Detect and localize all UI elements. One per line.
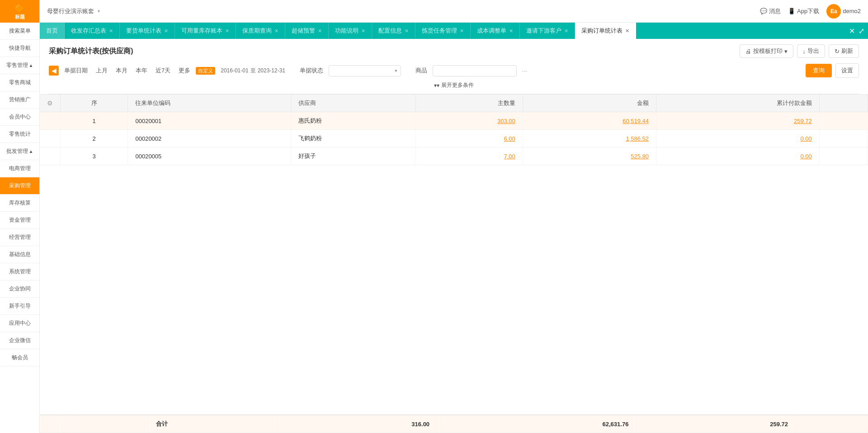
sidebar-item-retail[interactable]: 零售管理▲	[0, 57, 39, 74]
sidebar-item-operation[interactable]: 经营管理	[0, 229, 39, 246]
sidebar-item-collab[interactable]: 企业协同	[0, 281, 39, 298]
amount-link[interactable]: 1,586.52	[626, 135, 649, 142]
status-select-wrapper[interactable]: 待审核 已审核 已完成	[329, 65, 401, 76]
sidebar-item-member[interactable]: 会员中心	[0, 109, 39, 126]
tab-label: 可用量库存账本	[181, 27, 222, 35]
row-main-qty: 7.00	[416, 148, 523, 165]
tab-close-icon[interactable]: ✕	[564, 28, 568, 34]
goods-filter-label: 商品	[415, 67, 427, 75]
sidebar: 🔶 标题 搜索菜单快捷导航零售管理▲零售商城营销推广会员中心零售统计批发管理▲电…	[0, 0, 40, 433]
row-paid-amount: 259.72	[656, 112, 820, 130]
status-select[interactable]: 待审核 已审核 已完成	[329, 65, 401, 76]
tab-close-icon[interactable]: ✕	[109, 28, 113, 34]
row-no: 2	[61, 130, 128, 148]
message-btn[interactable]: 💬 消息	[760, 7, 781, 15]
print-icon: 🖨	[745, 48, 751, 55]
sidebar-item-appstore[interactable]: 应用中心	[0, 315, 39, 332]
date-shortcut-cur-month[interactable]: 本月	[113, 66, 130, 76]
sidebar-item-basic[interactable]: 基础信息	[0, 246, 39, 263]
tab-config[interactable]: 配置信息 ✕	[372, 23, 415, 39]
sidebar-item-retail-stats[interactable]: 零售统计	[0, 126, 39, 143]
date-shortcut-prev-month[interactable]: 上月	[93, 66, 110, 76]
footer-settings-cell	[40, 415, 58, 433]
filter-bar: ◀ 单据日期 上月 本月 本年 近7天 更多 自定义 2016-01-01 至 …	[49, 63, 859, 94]
tab-label: 收发存汇总表	[71, 27, 106, 35]
tab-close-icon[interactable]: ✕	[361, 28, 365, 34]
sidebar-item-search[interactable]: 搜索菜单	[0, 23, 39, 40]
sidebar-item-marketing[interactable]: 营销推广	[0, 91, 39, 109]
tab-close-icon[interactable]: ✕	[509, 28, 513, 34]
custom-date-badge[interactable]: 自定义	[196, 67, 215, 75]
template-print-btn[interactable]: 🖨 按模板打印 ▾	[740, 44, 793, 58]
goods-input[interactable]	[433, 65, 517, 76]
top-bar: 母婴行业演示账套 ▾ 💬 消息 📱 App下载 Ea demo2	[40, 0, 868, 23]
sidebar-item-guide[interactable]: 新手引导	[0, 298, 39, 315]
export-btn[interactable]: ↓ 导出	[797, 44, 826, 58]
tab-purchase-stats[interactable]: 采购订单统计表 ✕	[575, 23, 636, 39]
date-shortcut-7days[interactable]: 近7天	[153, 66, 173, 76]
tab-cost-adj[interactable]: 成本调整单 ✕	[471, 23, 520, 39]
tab-close-icon[interactable]: ✕	[625, 28, 629, 34]
main-qty-link[interactable]: 7.00	[504, 153, 515, 160]
tab-pick-task[interactable]: 拣货任务管理 ✕	[415, 23, 471, 39]
sidebar-item-inventory[interactable]: 库存核算	[0, 195, 39, 212]
date-shortcut-more[interactable]: 更多	[176, 66, 193, 76]
table-row: 3 00020005 好孩子 7.00 525.80 0.00	[40, 148, 868, 165]
footer-label: 合计	[148, 415, 278, 433]
query-btn[interactable]: 查询	[806, 64, 832, 77]
sidebar-item-ecommerce[interactable]: 电商管理	[0, 160, 39, 177]
col-header-paid-amount: 累计付款金额	[656, 95, 820, 112]
main-qty-link[interactable]: 303.00	[497, 118, 515, 124]
paid-link[interactable]: 0.00	[800, 135, 811, 142]
download-icon: 📱	[788, 8, 795, 14]
settings-btn[interactable]: 设置	[835, 63, 859, 78]
expand-tabs-icon[interactable]: ⤢	[859, 27, 864, 35]
tab-order-stats[interactable]: 要货单统计表 ✕	[120, 23, 175, 39]
sidebar-item-quicknav[interactable]: 快捷导航	[0, 40, 39, 57]
sidebar-item-system[interactable]: 系统管理	[0, 263, 39, 281]
col-header-settings[interactable]: ⚙	[40, 95, 61, 112]
main-qty-link[interactable]: 6.00	[504, 135, 515, 142]
app-download-btn[interactable]: 📱 App下载	[788, 7, 819, 15]
user-menu-btn[interactable]: Ea demo2	[826, 4, 861, 19]
workspace-selector[interactable]: 母婴行业演示账套 ▾	[47, 7, 100, 15]
tab-close-icon[interactable]: ✕	[164, 28, 168, 34]
tab-close-icon[interactable]: ✕	[318, 28, 322, 34]
row-supplier-name: 好孩子	[291, 148, 416, 165]
close-all-icon[interactable]: ✕	[849, 27, 855, 35]
sidebar-item-wechat[interactable]: 企业微信	[0, 332, 39, 349]
date-shortcut-cur-year[interactable]: 本年	[133, 66, 150, 76]
tab-home[interactable]: 首页	[40, 23, 65, 39]
amount-link[interactable]: 60,519.44	[623, 118, 649, 124]
footer-no-cell	[58, 415, 76, 433]
sidebar-item-finance[interactable]: 资金管理	[0, 212, 39, 229]
tab-close-icon[interactable]: ✕	[225, 28, 229, 34]
filter-toggle-btn[interactable]: ◀	[49, 66, 59, 76]
tab-close-icon[interactable]: ✕	[405, 28, 409, 34]
gear-icon[interactable]: ⚙	[47, 100, 53, 107]
app-logo[interactable]: 🔶 标题	[0, 0, 39, 23]
tab-invite-down[interactable]: 邀请下游客户 ✕	[520, 23, 575, 39]
sidebar-item-purchase[interactable]: 采购管理	[0, 177, 39, 195]
tab-overstock[interactable]: 超储预警 ✕	[285, 23, 329, 39]
expand-more-btn[interactable]: ▾▾ 展开更多条件	[434, 81, 474, 89]
row-empty	[819, 130, 868, 148]
col-header-amount: 金额	[523, 95, 656, 112]
sidebar-item-vip[interactable]: 畅会员	[0, 349, 39, 366]
tab-warranty[interactable]: 保质期查询 ✕	[236, 23, 285, 39]
paid-link[interactable]: 0.00	[800, 153, 811, 160]
col-header-supplier-name: 供应商	[291, 95, 416, 112]
row-settings	[40, 130, 61, 148]
sidebar-item-wholesale[interactable]: 批发管理▲	[0, 143, 39, 160]
paid-link[interactable]: 259.72	[794, 118, 812, 124]
sidebar-item-retail-shop[interactable]: 零售商城	[0, 74, 39, 91]
tab-available-stock[interactable]: 可用量库存账本 ✕	[175, 23, 236, 39]
tab-close-icon[interactable]: ✕	[460, 28, 464, 34]
goods-more-icon[interactable]: ···	[522, 67, 527, 74]
tab-receive-send[interactable]: 收发存汇总表 ✕	[65, 23, 120, 39]
refresh-btn[interactable]: ↻ 刷新	[829, 44, 859, 58]
tab-func-desc[interactable]: 功能说明 ✕	[329, 23, 372, 39]
tab-close-icon[interactable]: ✕	[274, 28, 278, 34]
row-no: 3	[61, 148, 128, 165]
amount-link[interactable]: 525.80	[631, 153, 649, 160]
